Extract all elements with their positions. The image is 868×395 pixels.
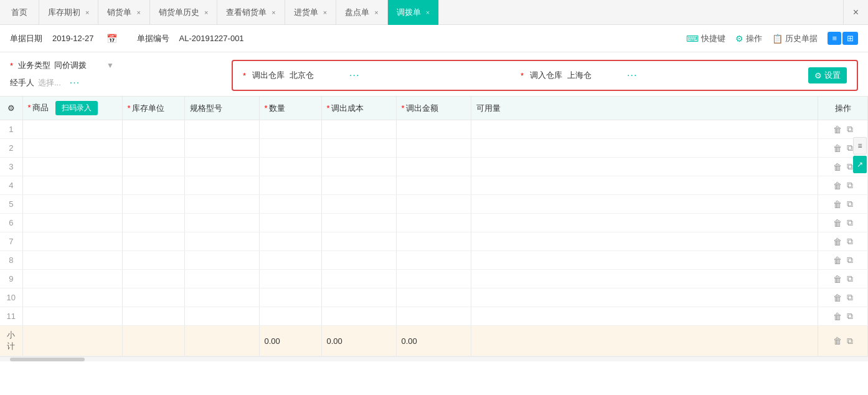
delete-icon-1[interactable]: 🗑 bbox=[833, 125, 842, 135]
history-button[interactable]: 📋 历史单据 bbox=[772, 33, 818, 44]
tab-close-purchase-order[interactable]: × bbox=[323, 9, 327, 16]
row-amount-10[interactable] bbox=[396, 288, 471, 307]
row-product-7[interactable] bbox=[22, 232, 122, 251]
tab-close-sales-history[interactable]: × bbox=[204, 9, 208, 16]
row-qty-5[interactable] bbox=[259, 195, 321, 214]
row-unit-6[interactable] bbox=[122, 214, 184, 232]
row-cost-1[interactable] bbox=[321, 120, 396, 139]
row-cost-4[interactable] bbox=[321, 176, 396, 195]
tab-home[interactable]: 首页 bbox=[0, 0, 39, 25]
right-panel-list-icon[interactable]: ≡ bbox=[853, 137, 867, 155]
row-cost-2[interactable] bbox=[321, 139, 396, 158]
row-spec-2[interactable] bbox=[184, 139, 259, 158]
row-cost-8[interactable] bbox=[321, 251, 396, 270]
row-product-3[interactable] bbox=[22, 158, 122, 176]
delete-icon-3[interactable]: 🗑 bbox=[833, 162, 842, 172]
row-product-2[interactable] bbox=[22, 139, 122, 158]
row-product-1[interactable] bbox=[22, 120, 122, 139]
copy-icon-11[interactable]: ⧉ bbox=[847, 311, 853, 321]
tab-inventory-init[interactable]: 库存期初 × bbox=[39, 0, 98, 25]
operations-button[interactable]: ⚙ 操作 bbox=[735, 33, 762, 44]
row-spec-7[interactable] bbox=[184, 232, 259, 251]
calendar-icon[interactable]: 📅 bbox=[106, 34, 117, 44]
out-warehouse-more-button[interactable]: ··· bbox=[349, 70, 359, 81]
settings-icon[interactable]: ⚙ bbox=[7, 103, 15, 113]
row-unit-8[interactable] bbox=[122, 251, 184, 270]
row-cost-7[interactable] bbox=[321, 232, 396, 251]
business-type-dropdown-arrow[interactable]: ▼ bbox=[106, 61, 114, 70]
row-product-11[interactable] bbox=[22, 307, 122, 326]
delete-icon-6[interactable]: 🗑 bbox=[833, 218, 842, 228]
row-qty-9[interactable] bbox=[259, 270, 321, 288]
row-qty-6[interactable] bbox=[259, 214, 321, 232]
row-spec-11[interactable] bbox=[184, 307, 259, 326]
copy-icon-4[interactable]: ⧉ bbox=[847, 180, 853, 191]
row-amount-3[interactable] bbox=[396, 158, 471, 176]
tab-close-stocktake[interactable]: × bbox=[374, 9, 378, 16]
shortcuts-button[interactable]: ⌨ 快捷键 bbox=[686, 33, 725, 44]
row-unit-10[interactable] bbox=[122, 288, 184, 307]
row-unit-3[interactable] bbox=[122, 158, 184, 176]
copy-icon-7[interactable]: ⧉ bbox=[847, 236, 853, 247]
copy-icon-2[interactable]: ⧉ bbox=[847, 143, 853, 153]
handler-select[interactable]: 选择... bbox=[38, 77, 61, 88]
row-amount-4[interactable] bbox=[396, 176, 471, 195]
row-cost-3[interactable] bbox=[321, 158, 396, 176]
delete-icon-11[interactable]: 🗑 bbox=[833, 312, 842, 321]
in-warehouse-more-button[interactable]: ··· bbox=[627, 70, 637, 81]
row-product-4[interactable] bbox=[22, 176, 122, 195]
tab-close-transfer[interactable]: × bbox=[426, 9, 430, 16]
row-product-6[interactable] bbox=[22, 214, 122, 232]
scan-button[interactable]: 扫码录入 bbox=[55, 101, 98, 115]
list-view-button[interactable]: ≡ bbox=[828, 32, 841, 45]
subtotal-copy-icon[interactable]: ⧉ bbox=[847, 336, 853, 346]
row-unit-1[interactable] bbox=[122, 120, 184, 139]
row-product-8[interactable] bbox=[22, 251, 122, 270]
row-spec-5[interactable] bbox=[184, 195, 259, 214]
tab-close-view-sales[interactable]: × bbox=[271, 9, 275, 16]
horizontal-scrollbar[interactable] bbox=[0, 356, 868, 361]
row-product-9[interactable] bbox=[22, 270, 122, 288]
row-cost-10[interactable] bbox=[321, 288, 396, 307]
row-qty-7[interactable] bbox=[259, 232, 321, 251]
row-amount-2[interactable] bbox=[396, 139, 471, 158]
delete-icon-4[interactable]: 🗑 bbox=[833, 181, 842, 191]
delete-icon-2[interactable]: 🗑 bbox=[833, 143, 842, 153]
row-qty-10[interactable] bbox=[259, 288, 321, 307]
grid-view-button[interactable]: ⊞ bbox=[842, 32, 858, 45]
row-cost-9[interactable] bbox=[321, 270, 396, 288]
row-spec-9[interactable] bbox=[184, 270, 259, 288]
row-cost-5[interactable] bbox=[321, 195, 396, 214]
row-unit-5[interactable] bbox=[122, 195, 184, 214]
row-cost-11[interactable] bbox=[321, 307, 396, 326]
copy-icon-8[interactable]: ⧉ bbox=[847, 255, 853, 265]
row-qty-4[interactable] bbox=[259, 176, 321, 195]
row-unit-9[interactable] bbox=[122, 270, 184, 288]
copy-icon-9[interactable]: ⧉ bbox=[847, 274, 853, 284]
row-spec-10[interactable] bbox=[184, 288, 259, 307]
tab-sales-history[interactable]: 销货单历史 × bbox=[150, 0, 217, 25]
row-spec-6[interactable] bbox=[184, 214, 259, 232]
copy-icon-1[interactable]: ⧉ bbox=[847, 124, 853, 135]
row-qty-3[interactable] bbox=[259, 158, 321, 176]
tab-purchase-order[interactable]: 进货单 × bbox=[285, 0, 336, 25]
copy-icon-10[interactable]: ⧉ bbox=[847, 292, 853, 303]
row-spec-3[interactable] bbox=[184, 158, 259, 176]
subtotal-delete-icon[interactable]: 🗑 bbox=[833, 336, 842, 346]
delete-icon-10[interactable]: 🗑 bbox=[833, 293, 842, 303]
row-unit-7[interactable] bbox=[122, 232, 184, 251]
copy-icon-6[interactable]: ⧉ bbox=[847, 217, 853, 228]
row-spec-4[interactable] bbox=[184, 176, 259, 195]
tab-stocktake[interactable]: 盘点单 × bbox=[336, 0, 387, 25]
right-panel-export-icon[interactable]: ↗ bbox=[853, 156, 867, 173]
window-close-button[interactable]: × bbox=[843, 0, 868, 25]
row-amount-11[interactable] bbox=[396, 307, 471, 326]
delete-icon-9[interactable]: 🗑 bbox=[833, 274, 842, 284]
copy-icon-5[interactable]: ⧉ bbox=[847, 199, 853, 209]
tab-close-sales-order[interactable]: × bbox=[136, 9, 140, 16]
row-product-10[interactable] bbox=[22, 288, 122, 307]
tab-sales-order[interactable]: 销货单 × bbox=[98, 0, 149, 25]
tab-transfer[interactable]: 调拨单 × bbox=[388, 0, 439, 25]
tab-close-inventory-init[interactable]: × bbox=[85, 9, 89, 16]
row-product-5[interactable] bbox=[22, 195, 122, 214]
